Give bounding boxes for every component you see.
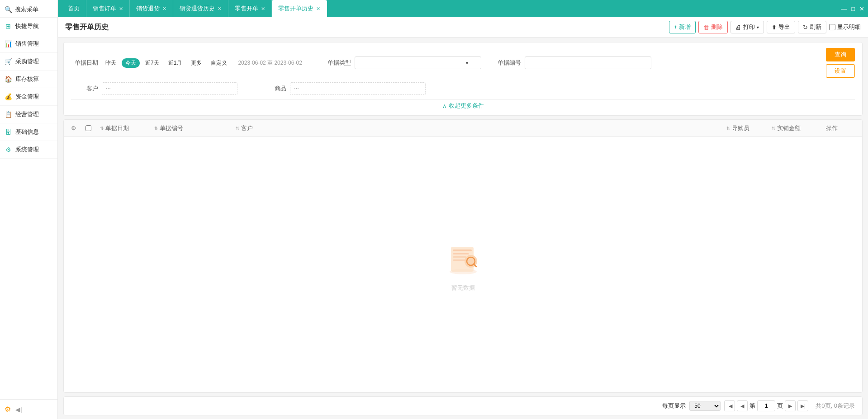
sidebar-search[interactable]: 🔍 搜索采单 <box>0 0 57 18</box>
filter-row-customer: 客户 ··· 商品 ··· <box>71 82 855 95</box>
sidebar-collapse-icon[interactable]: ◀| <box>15 406 22 413</box>
main-area: 首页 销售订单 ✕ 销货退货 ✕ 销货退货历史 ✕ 零售开单 ✕ 零售开单历史 … <box>58 0 868 419</box>
th-amount-label: 实销金额 <box>777 124 801 132</box>
print-icon: 🖨 <box>735 24 741 31</box>
sidebar-item-label: 系统管理 <box>15 146 39 154</box>
th-date-label: 单据日期 <box>105 124 129 132</box>
operation-icon: 📋 <box>5 111 12 118</box>
goods-label: 商品 <box>259 85 286 93</box>
page-input[interactable] <box>757 400 775 411</box>
close-icon[interactable]: ✕ <box>162 6 166 12</box>
show-detail-checkbox[interactable] <box>829 24 835 30</box>
th-action-label: 操作 <box>826 124 838 132</box>
settings-icon[interactable]: ⚙ <box>71 125 76 132</box>
customer-placeholder: ··· <box>106 85 111 91</box>
collapse-filter-btn[interactable]: ∧ 收起更多条件 <box>71 99 855 112</box>
tab-label: 销货退货历史 <box>180 5 215 13</box>
sidebar-item-basic-info[interactable]: 🗄 基础信息 <box>0 123 57 141</box>
print-button[interactable]: 🖨 打印 ▾ <box>730 21 764 33</box>
sidebar-item-sales-mgmt[interactable]: 📊 销售管理 <box>0 35 57 53</box>
window-maximize-btn[interactable]: □ <box>851 5 855 12</box>
th-date[interactable]: ⇅ 单据日期 <box>96 124 151 132</box>
customer-input[interactable]: ··· <box>102 82 237 95</box>
date-btn-today[interactable]: 今天 <box>122 58 140 68</box>
th-customer-label: 客户 <box>241 124 253 132</box>
show-detail-toggle[interactable]: 显示明细 <box>829 23 861 31</box>
window-minimize-btn[interactable]: — <box>841 5 847 12</box>
chevron-down-icon: ▾ <box>466 61 468 66</box>
close-icon[interactable]: ✕ <box>316 6 320 12</box>
quick-nav-icon: ⊞ <box>5 23 12 30</box>
sort-icon: ⇅ <box>236 126 239 131</box>
sidebar-item-inventory[interactable]: 🏠 库存核算 <box>0 71 57 88</box>
sidebar-footer: ⚙ ◀| <box>0 399 57 419</box>
query-buttons: 查询 设置 <box>826 48 855 78</box>
date-btn-more[interactable]: 更多 <box>187 58 205 68</box>
inventory-icon: 🏠 <box>5 75 12 83</box>
date-btn-custom[interactable]: 自定义 <box>207 58 231 68</box>
tab-sales-return-hist[interactable]: 销货退货历史 ✕ <box>173 0 228 17</box>
th-guide[interactable]: ⇅ 导购员 <box>723 124 768 132</box>
per-page-select[interactable]: 50 10 20 100 <box>689 401 721 411</box>
th-settings[interactable]: ⚙ <box>67 125 82 132</box>
bill-type-label: 单据类型 <box>324 59 351 67</box>
print-label: 打印 <box>743 23 755 31</box>
sales-mgmt-icon: 📊 <box>5 40 12 47</box>
per-page-label: 每页显示 <box>662 402 686 410</box>
add-label: + 新增 <box>674 23 691 31</box>
sidebar-item-label: 快捷导航 <box>15 22 39 30</box>
bill-type-select[interactable]: ▾ <box>355 56 481 69</box>
sidebar-item-system-mgmt[interactable]: ⚙ 系统管理 <box>0 141 57 159</box>
tab-sales-return[interactable]: 销货退货 ✕ <box>130 0 173 17</box>
date-btn-7days[interactable]: 近7天 <box>142 58 163 68</box>
sidebar-item-finance[interactable]: 💰 资金管理 <box>0 88 57 106</box>
page-title: 零售开单历史 <box>65 23 666 32</box>
prev-page-btn[interactable]: ◀ <box>737 400 748 411</box>
tab-retail-open-hist[interactable]: 零售开单历史 ✕ <box>272 0 327 17</box>
date-btn-1month[interactable]: 近1月 <box>165 58 186 68</box>
sidebar-item-label: 库存核算 <box>15 75 39 83</box>
goods-placeholder: ··· <box>294 85 299 91</box>
sidebar-item-purchase-mgmt[interactable]: 🛒 采购管理 <box>0 53 57 71</box>
table-header: ⚙ ⇅ 单据日期 ⇅ 单据编号 ⇅ 客户 ⇅ <box>64 120 862 137</box>
page-suffix: 页 <box>777 402 783 410</box>
select-all-checkbox[interactable] <box>85 125 91 131</box>
close-icon[interactable]: ✕ <box>218 6 222 12</box>
window-close-btn[interactable]: ✕ <box>859 5 864 12</box>
close-icon[interactable]: ✕ <box>261 6 265 12</box>
sort-icon: ⇅ <box>772 126 775 131</box>
sidebar-item-operation[interactable]: 📋 经营管理 <box>0 106 57 123</box>
goods-input[interactable]: ··· <box>290 82 426 95</box>
refresh-button[interactable]: ↻ 刷新 <box>798 21 826 33</box>
pagination: 每页显示 50 10 20 100 |◀ ◀ 第 页 ▶ ▶| 共0页, 0条记… <box>63 396 863 415</box>
refresh-label: 刷新 <box>810 23 821 31</box>
th-customer[interactable]: ⇅ 客户 <box>232 124 723 132</box>
delete-button[interactable]: 🗑 删除 <box>698 21 728 33</box>
next-page-btn[interactable]: ▶ <box>785 400 796 411</box>
th-checkbox[interactable] <box>82 125 96 131</box>
add-button[interactable]: + 新增 <box>669 21 696 33</box>
query-button[interactable]: 查询 <box>826 48 855 61</box>
th-guide-label: 导购员 <box>732 124 749 132</box>
first-page-btn[interactable]: |◀ <box>724 400 735 411</box>
bill-no-input[interactable] <box>525 56 651 69</box>
sort-icon: ⇅ <box>154 126 158 131</box>
tab-retail-open[interactable]: 零售开单 ✕ <box>228 0 272 17</box>
date-range-text: 2023-06-02 至 2023-06-02 <box>238 59 302 67</box>
close-icon[interactable]: ✕ <box>119 6 123 12</box>
export-button[interactable]: ⬆ 导出 <box>767 21 795 33</box>
th-billno[interactable]: ⇅ 单据编号 <box>151 124 232 132</box>
empty-text: 暂无数据 <box>451 284 475 292</box>
setting-button[interactable]: 设置 <box>826 64 855 78</box>
total-info: 共0页, 0条记录 <box>816 402 855 410</box>
gear-icon[interactable]: ⚙ <box>5 405 11 414</box>
th-amount: ⇅ 实销金额 <box>768 124 822 132</box>
sidebar-item-quick-nav[interactable]: ⊞ 快捷导航 <box>0 18 57 35</box>
date-btn-yesterday[interactable]: 昨天 <box>102 58 120 68</box>
th-billno-label: 单据编号 <box>160 124 183 132</box>
last-page-btn[interactable]: ▶| <box>797 400 808 411</box>
tab-home[interactable]: 首页 <box>62 0 86 17</box>
tab-bar: 首页 销售订单 ✕ 销货退货 ✕ 销货退货历史 ✕ 零售开单 ✕ 零售开单历史 … <box>58 0 868 17</box>
filter-row-date: 单据日期 昨天 今天 近7天 近1月 更多 自定义 2023-06-02 至 2… <box>71 48 855 78</box>
tab-sales-order[interactable]: 销售订单 ✕ <box>86 0 130 17</box>
